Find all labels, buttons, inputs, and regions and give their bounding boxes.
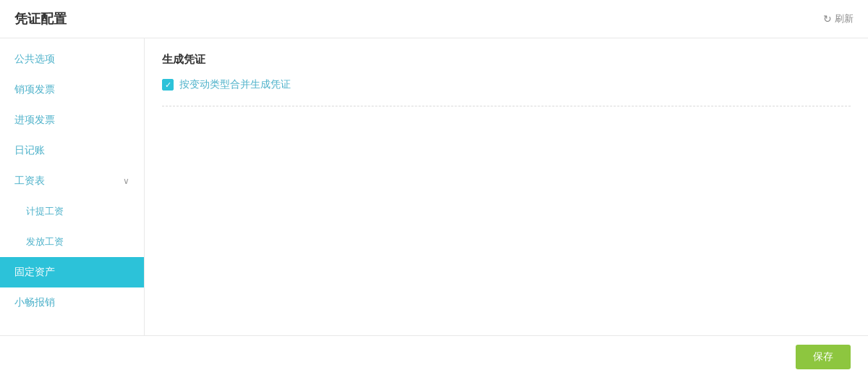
sidebar: 公共选项销项发票进项发票日记账工资表∨计提工资发放工资固定资产小畅报销 bbox=[0, 38, 145, 335]
page-wrapper: 凭证配置 ↻ 刷新 公共选项销项发票进项发票日记账工资表∨计提工资发放工资固定资… bbox=[0, 0, 868, 378]
section-divider bbox=[162, 106, 851, 106]
sidebar-item-journal[interactable]: 日记账 bbox=[0, 135, 144, 166]
sidebar-item-fixed-assets[interactable]: 固定资产 bbox=[0, 257, 144, 287]
page-title: 凭证配置 bbox=[14, 10, 67, 28]
check-mark-icon: ✓ bbox=[165, 81, 171, 89]
main-content: 生成凭证 ✓ 按变动类型合并生成凭证 bbox=[145, 38, 868, 335]
sidebar-item-label: 计提工资 bbox=[26, 205, 64, 218]
page-footer: 保存 bbox=[0, 335, 868, 378]
section-title: 生成凭证 bbox=[162, 53, 851, 67]
chevron-down-icon: ∨ bbox=[123, 176, 129, 186]
refresh-button[interactable]: ↻ 刷新 bbox=[823, 12, 854, 25]
sidebar-item-expense[interactable]: 小畅报销 bbox=[0, 287, 144, 318]
sidebar-item-purchase-invoice[interactable]: 进项发票 bbox=[0, 105, 144, 135]
sidebar-item-public[interactable]: 公共选项 bbox=[0, 44, 144, 75]
refresh-label: 刷新 bbox=[835, 12, 854, 25]
sidebar-item-label: 小畅报销 bbox=[14, 296, 55, 309]
sidebar-item-payroll[interactable]: 工资表∨ bbox=[0, 166, 144, 196]
sidebar-item-label: 固定资产 bbox=[14, 266, 55, 279]
save-button[interactable]: 保存 bbox=[796, 345, 851, 369]
sidebar-item-sales-invoice[interactable]: 销项发票 bbox=[0, 75, 144, 105]
checkbox-row: ✓ 按变动类型合并生成凭证 bbox=[162, 78, 851, 91]
page-header: 凭证配置 ↻ 刷新 bbox=[0, 0, 868, 38]
sidebar-item-payroll-payment[interactable]: 发放工资 bbox=[0, 227, 144, 257]
sidebar-item-label: 进项发票 bbox=[14, 114, 55, 127]
sidebar-item-label: 销项发票 bbox=[14, 83, 55, 96]
checkbox-label: 按变动类型合并生成凭证 bbox=[179, 78, 291, 91]
sidebar-item-label: 工资表 bbox=[14, 175, 45, 188]
sidebar-item-label: 发放工资 bbox=[26, 235, 64, 248]
sidebar-item-payroll-accrual[interactable]: 计提工资 bbox=[0, 196, 144, 227]
page-body: 公共选项销项发票进项发票日记账工资表∨计提工资发放工资固定资产小畅报销 生成凭证… bbox=[0, 38, 868, 335]
sidebar-item-label: 公共选项 bbox=[14, 53, 55, 66]
refresh-icon: ↻ bbox=[823, 13, 832, 25]
sidebar-item-label: 日记账 bbox=[14, 144, 45, 157]
merge-checkbox[interactable]: ✓ bbox=[162, 79, 174, 91]
